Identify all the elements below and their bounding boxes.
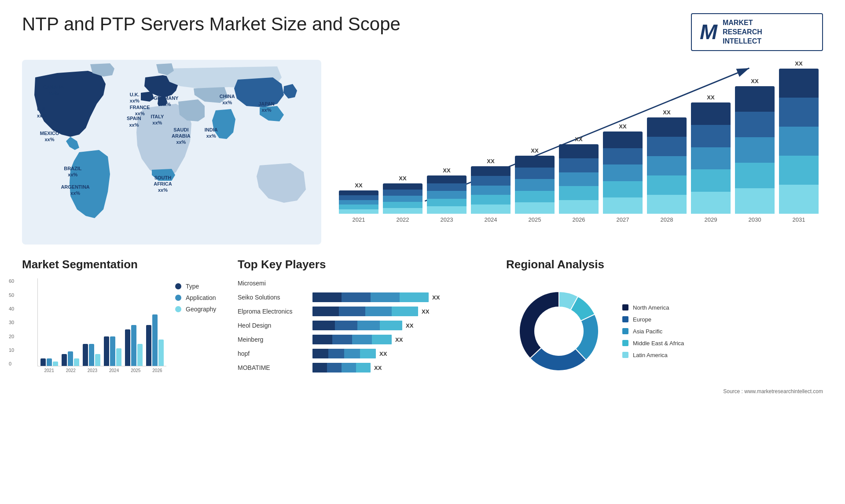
bar-segment: [691, 192, 731, 214]
bar-segment: [427, 183, 467, 191]
map-svg: [22, 60, 321, 245]
donut-legend-label: Middle East & Africa: [633, 340, 684, 347]
bar-chart-xlabels: 2021202220232024202520262027202820292030…: [334, 214, 823, 223]
x-axis-year: 2023: [427, 216, 467, 223]
bar-segment: [603, 164, 643, 181]
player-row: Heol DesignXX: [238, 321, 493, 330]
x-axis-year: 2026: [559, 216, 599, 223]
seg-single-bar: [152, 314, 158, 366]
key-players-title: Top Key Players: [238, 258, 493, 271]
player-bar-segment: [332, 335, 352, 344]
x-axis-year: 2030: [735, 216, 775, 223]
bar-xx-label: XX: [619, 123, 626, 130]
donut-color-swatch: [622, 304, 628, 310]
seg-single-bar: [74, 358, 79, 366]
legend-item: Application: [175, 294, 216, 301]
player-bar-segment: [365, 307, 392, 316]
bar-segment: [515, 191, 555, 202]
donut-wrap: North AmericaEuropeAsia PacificMiddle Ea…: [506, 278, 823, 384]
legend-dot: [175, 306, 181, 312]
stacked-bar: [559, 144, 599, 214]
player-row: hopfXX: [238, 349, 493, 358]
bar-segment: [691, 125, 731, 147]
label-china: CHINAxx%: [220, 93, 235, 106]
player-xx: XX: [395, 336, 403, 343]
segmentation-section: Market Segmentation 6050403020100 202120…: [22, 258, 224, 373]
bar-segment: [427, 191, 467, 198]
bar-segment: [691, 102, 731, 125]
seg-single-bar: [137, 344, 143, 366]
segmentation-title: Market Segmentation: [22, 258, 224, 271]
seg-bar-group: [62, 351, 79, 366]
seg-x-label: 2026: [148, 368, 166, 373]
player-bar-wrap: XX: [312, 321, 493, 330]
seg-x-label: 2021: [40, 368, 58, 373]
seg-x-label: 2023: [83, 368, 101, 373]
seg-x-labels: 202120222023202420252026: [37, 368, 166, 373]
stacked-bar: [339, 190, 378, 214]
bar-segment: [339, 200, 378, 205]
bar-segment: [427, 206, 467, 214]
seg-bar-group: [104, 336, 121, 366]
donut-legend-label: Europe: [633, 316, 651, 323]
bar-segment: [515, 179, 555, 190]
bar-segment: [603, 197, 643, 214]
bar-segment: [647, 195, 687, 214]
player-name: Seiko Solutions: [238, 294, 308, 301]
legend-dot: [175, 295, 181, 301]
player-bar-segment: [312, 292, 342, 302]
player-bar-wrap: [312, 278, 493, 288]
player-bar-segment: [312, 321, 335, 330]
player-bar-segment: [342, 292, 371, 302]
player-bar-wrap: XX: [312, 292, 493, 302]
player-row: Seiko SolutionsXX: [238, 292, 493, 302]
bar-group: XX: [339, 182, 378, 214]
seg-chart: 6050403020100 202120222023202420252026 T…: [22, 278, 224, 373]
bar-segment: [471, 176, 511, 186]
seg-single-bar: [125, 329, 130, 366]
stacked-bar: [647, 117, 687, 214]
bar-group: XX: [735, 78, 775, 214]
donut-legend-item: Latin America: [622, 352, 684, 358]
donut-chart: [506, 278, 612, 384]
player-bar-segment: [339, 307, 365, 316]
label-brazil: BRAZILxx%: [64, 165, 81, 178]
label-india: INDIAxx%: [205, 127, 218, 139]
key-players-section: Top Key Players MicrosemiSeiko Solutions…: [238, 258, 493, 377]
bar-segment: [691, 147, 731, 170]
bottom-row: Market Segmentation 6050403020100 202120…: [22, 258, 823, 394]
source-text: Source : www.marketresearchintellect.com: [506, 388, 823, 394]
player-bar-segment: [328, 349, 344, 358]
player-xx: XX: [432, 294, 440, 301]
logo-text: MARKETRESEARCHINTELLECT: [723, 18, 762, 46]
seg-y-labels: 6050403020100: [9, 278, 14, 366]
donut-legend-label: Latin America: [633, 352, 668, 358]
bar-xx-label: XX: [663, 109, 670, 116]
bar-segment: [383, 196, 422, 202]
donut-legend-item: Asia Pacific: [622, 328, 684, 335]
seg-legend: TypeApplicationGeography: [175, 283, 216, 313]
x-axis-year: 2024: [471, 216, 511, 223]
bar-segment: [603, 131, 643, 148]
donut-legend-item: Europe: [622, 316, 684, 323]
seg-single-bar: [62, 354, 67, 366]
bar-segment: [559, 158, 599, 172]
stacked-bar: [383, 183, 422, 214]
player-name: Microsemi: [238, 280, 308, 287]
label-italy: ITALYxx%: [151, 113, 164, 126]
bar-segment: [735, 86, 775, 112]
bar-xx-label: XX: [399, 175, 406, 182]
player-bar-segment: [380, 321, 402, 330]
bar-segment: [471, 205, 511, 214]
bar-group: XX: [647, 109, 687, 214]
player-name: Heol Design: [238, 322, 308, 329]
bar-segment: [779, 69, 819, 98]
seg-x-label: 2025: [127, 368, 145, 373]
x-axis-year: 2027: [603, 216, 643, 223]
bar-segment: [383, 208, 422, 214]
bar-group: XX: [383, 175, 422, 214]
bar-segment: [779, 127, 819, 156]
donut-color-swatch: [622, 316, 628, 322]
player-bar-segment: [327, 363, 342, 373]
stacked-bar: [691, 102, 731, 214]
